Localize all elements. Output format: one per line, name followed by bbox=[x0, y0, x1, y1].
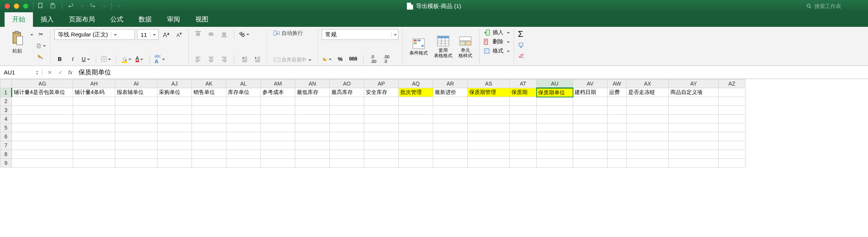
cell-AZ5[interactable] bbox=[719, 123, 745, 132]
cell-AT6[interactable] bbox=[510, 132, 537, 141]
cell-AJ6[interactable] bbox=[157, 132, 192, 141]
cell-AY8[interactable] bbox=[669, 150, 719, 159]
cell-AL7[interactable] bbox=[226, 141, 261, 150]
search-sheet[interactable] bbox=[806, 3, 868, 9]
cell-AQ4[interactable] bbox=[399, 115, 433, 123]
cell-AW4[interactable] bbox=[608, 115, 627, 123]
cell-AI3[interactable] bbox=[115, 106, 157, 115]
cell-AP5[interactable] bbox=[364, 123, 399, 132]
cell-AU5[interactable] bbox=[537, 123, 573, 132]
align-top[interactable] bbox=[193, 29, 203, 39]
cell-AW1[interactable]: 运费 bbox=[608, 88, 627, 97]
cell-AI1[interactable]: 报表辅单位 bbox=[115, 88, 157, 97]
cell-AG6[interactable] bbox=[12, 132, 73, 141]
column-header-AU[interactable]: AU bbox=[537, 79, 573, 88]
cell-AZ1[interactable] bbox=[719, 88, 745, 97]
cell-AV4[interactable] bbox=[573, 115, 608, 123]
increase-decimal[interactable]: .0.00 bbox=[368, 54, 379, 64]
cell-AN2[interactable] bbox=[295, 97, 330, 106]
cell-AN5[interactable] bbox=[295, 123, 330, 132]
cell-AN4[interactable] bbox=[295, 115, 330, 123]
cell-AM2[interactable] bbox=[261, 97, 295, 106]
cell-AN3[interactable] bbox=[295, 106, 330, 115]
cell-AK8[interactable] bbox=[192, 150, 226, 159]
cell-AR3[interactable] bbox=[433, 106, 468, 115]
cell-AG5[interactable] bbox=[12, 123, 73, 132]
cell-AX2[interactable] bbox=[627, 97, 669, 106]
cell-AJ1[interactable]: 采购单位 bbox=[157, 88, 192, 97]
cell-AV3[interactable] bbox=[573, 106, 608, 115]
cell-AZ3[interactable] bbox=[719, 106, 745, 115]
format-painter-button[interactable] bbox=[36, 52, 46, 62]
row-header-3[interactable]: 3 bbox=[0, 106, 12, 115]
cell-AK9[interactable] bbox=[192, 159, 226, 168]
cell-AK3[interactable] bbox=[192, 106, 226, 115]
cell-AR4[interactable] bbox=[433, 115, 468, 123]
cell-AS3[interactable] bbox=[468, 106, 510, 115]
cell-AH9[interactable] bbox=[73, 159, 115, 168]
tab-page-layout[interactable]: 页面布局 bbox=[61, 12, 103, 27]
cell-AX4[interactable] bbox=[627, 115, 669, 123]
row-header-4[interactable]: 4 bbox=[0, 115, 12, 123]
cell-AU8[interactable] bbox=[537, 150, 573, 159]
cell-AV8[interactable] bbox=[573, 150, 608, 159]
cell-AP7[interactable] bbox=[364, 141, 399, 150]
format-cells-button[interactable]: 格式 bbox=[483, 48, 510, 54]
cell-AW9[interactable] bbox=[608, 159, 627, 168]
cell-AN1[interactable]: 最低库存 bbox=[295, 88, 330, 97]
cell-AU6[interactable] bbox=[537, 132, 573, 141]
fill-button[interactable] bbox=[518, 42, 525, 50]
formula-input[interactable] bbox=[76, 69, 868, 76]
cell-AK5[interactable] bbox=[192, 123, 226, 132]
cell-AG3[interactable] bbox=[12, 106, 73, 115]
save-icon[interactable] bbox=[49, 2, 56, 10]
cell-AR1[interactable]: 最新进价 bbox=[433, 88, 468, 97]
cell-AT7[interactable] bbox=[510, 141, 537, 150]
cell-AM7[interactable] bbox=[261, 141, 295, 150]
cell-AY4[interactable] bbox=[669, 115, 719, 123]
cell-AM5[interactable] bbox=[261, 123, 295, 132]
insert-cells-button[interactable]: 插入 bbox=[483, 29, 510, 36]
column-header-AG[interactable]: AG bbox=[12, 79, 73, 88]
paste-button[interactable]: 粘贴 bbox=[8, 29, 27, 56]
cell-AT5[interactable] bbox=[510, 123, 537, 132]
column-header-AV[interactable]: AV bbox=[573, 79, 608, 88]
cell-AN8[interactable] bbox=[295, 150, 330, 159]
cell-AT8[interactable] bbox=[510, 150, 537, 159]
font-size-combo[interactable]: 11 bbox=[137, 29, 159, 40]
column-header-AQ[interactable]: AQ bbox=[399, 79, 433, 88]
cell-AI9[interactable] bbox=[115, 159, 157, 168]
cell-AL4[interactable] bbox=[226, 115, 261, 123]
cell-AZ2[interactable] bbox=[719, 97, 745, 106]
cell-AV9[interactable] bbox=[573, 159, 608, 168]
cell-AU4[interactable] bbox=[537, 115, 573, 123]
cell-AG9[interactable] bbox=[12, 159, 73, 168]
cell-AS2[interactable] bbox=[468, 97, 510, 106]
cell-AU2[interactable] bbox=[537, 97, 573, 106]
cell-AQ1[interactable]: 批次管理 bbox=[399, 88, 433, 97]
number-format-combo[interactable]: 常规 bbox=[322, 29, 398, 40]
cell-AS9[interactable] bbox=[468, 159, 510, 168]
cell-AM3[interactable] bbox=[261, 106, 295, 115]
cell-AZ4[interactable] bbox=[719, 115, 745, 123]
row-header-2[interactable]: 2 bbox=[0, 97, 12, 106]
conditional-formatting[interactable]: 条件格式 bbox=[406, 37, 431, 56]
cell-AK6[interactable] bbox=[192, 132, 226, 141]
paste-dropdown[interactable] bbox=[29, 31, 33, 38]
decrease-decimal[interactable]: .00.0 bbox=[381, 54, 392, 64]
cancel-formula[interactable]: ✕ bbox=[47, 69, 52, 76]
cell-AL2[interactable] bbox=[226, 97, 261, 106]
decrease-indent[interactable] bbox=[239, 54, 250, 64]
column-header-AY[interactable]: AY bbox=[669, 79, 719, 88]
column-header-AT[interactable]: AT bbox=[510, 79, 537, 88]
cell-AK7[interactable] bbox=[192, 141, 226, 150]
cell-AP9[interactable] bbox=[364, 159, 399, 168]
cell-AL3[interactable] bbox=[226, 106, 261, 115]
select-all-corner[interactable] bbox=[0, 79, 12, 88]
cell-AR5[interactable] bbox=[433, 123, 468, 132]
redo-dropdown[interactable] bbox=[102, 3, 106, 9]
cell-AJ8[interactable] bbox=[157, 150, 192, 159]
cell-AJ7[interactable] bbox=[157, 141, 192, 150]
cell-AH1[interactable]: 辅计量4条码 bbox=[73, 88, 115, 97]
cell-AJ2[interactable] bbox=[157, 97, 192, 106]
